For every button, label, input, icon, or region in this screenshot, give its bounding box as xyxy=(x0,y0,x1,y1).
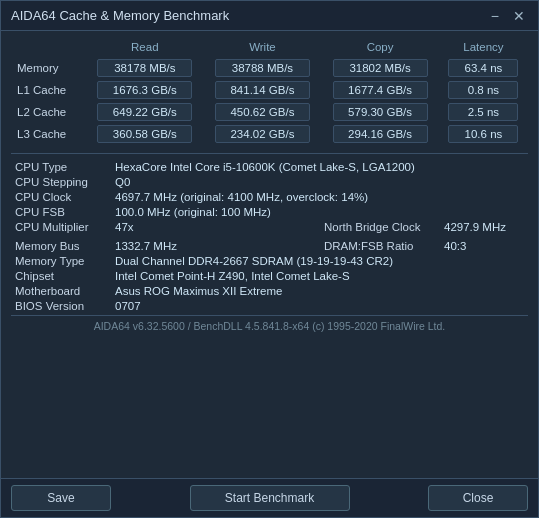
title-bar: AIDA64 Cache & Memory Benchmark − ✕ xyxy=(1,1,538,31)
cpu-multiplier-row: CPU Multiplier 47x North Bridge Clock 42… xyxy=(15,219,524,234)
latency-value: 10.6 ns xyxy=(448,125,518,143)
write-value: 38788 MB/s xyxy=(215,59,310,77)
cpu-multiplier-value: 47x xyxy=(115,221,324,233)
table-row: L2 Cache 649.22 GB/s 450.62 GB/s 579.30 … xyxy=(11,101,528,123)
window-controls: − ✕ xyxy=(488,9,528,23)
memory-type-row: Memory Type Dual Channel DDR4-2667 SDRAM… xyxy=(15,253,524,268)
motherboard-row: Motherboard Asus ROG Maximus XII Extreme xyxy=(15,283,524,298)
motherboard-value: Asus ROG Maximus XII Extreme xyxy=(115,285,524,297)
write-cell: 234.02 GB/s xyxy=(204,123,322,145)
chipset-row: Chipset Intel Comet Point-H Z490, Intel … xyxy=(15,268,524,283)
copy-value: 31802 MB/s xyxy=(333,59,428,77)
divider-1 xyxy=(11,153,528,154)
cpu-type-value: HexaCore Intel Core i5-10600K (Comet Lak… xyxy=(115,161,524,173)
cpu-multiplier-part: CPU Multiplier 47x xyxy=(15,221,324,233)
col-header-read: Read xyxy=(86,39,204,57)
copy-value: 1677.4 GB/s xyxy=(333,81,428,99)
col-header-copy: Copy xyxy=(321,39,439,57)
write-value: 450.62 GB/s xyxy=(215,103,310,121)
memory-bus-part: Memory Bus 1332.7 MHz xyxy=(15,240,324,252)
north-bridge-value: 4297.9 MHz xyxy=(444,221,524,233)
close-button-bottom[interactable]: Close xyxy=(428,485,528,511)
latency-value: 0.8 ns xyxy=(448,81,518,99)
write-value: 234.02 GB/s xyxy=(215,125,310,143)
cpu-fsb-label: CPU FSB xyxy=(15,206,115,218)
bios-row: BIOS Version 0707 xyxy=(15,298,524,313)
main-content: Read Write Copy Latency Memory 38178 MB/… xyxy=(1,31,538,478)
row-label: L3 Cache xyxy=(11,123,86,145)
dram-fsb-label: DRAM:FSB Ratio xyxy=(324,240,444,252)
cpu-clock-value: 4697.7 MHz (original: 4100 MHz, overcloc… xyxy=(115,191,524,203)
cpu-fsb-value: 100.0 MHz (original: 100 MHz) xyxy=(115,206,524,218)
start-benchmark-button[interactable]: Start Benchmark xyxy=(190,485,350,511)
close-button[interactable]: ✕ xyxy=(510,9,528,23)
read-value: 649.22 GB/s xyxy=(97,103,192,121)
chipset-value: Intel Comet Point-H Z490, Intel Comet La… xyxy=(115,270,524,282)
cpu-stepping-label: CPU Stepping xyxy=(15,176,115,188)
cpu-stepping-value: Q0 xyxy=(115,176,524,188)
copy-value: 294.16 GB/s xyxy=(333,125,428,143)
table-row: L3 Cache 360.58 GB/s 234.02 GB/s 294.16 … xyxy=(11,123,528,145)
bios-value: 0707 xyxy=(115,300,524,312)
read-value: 1676.3 GB/s xyxy=(97,81,192,99)
write-cell: 38788 MB/s xyxy=(204,57,322,79)
col-header-write: Write xyxy=(204,39,322,57)
bottom-bar: Save Start Benchmark Close xyxy=(1,478,538,517)
col-header-label xyxy=(11,39,86,57)
latency-value: 2.5 ns xyxy=(448,103,518,121)
cpu-multiplier-label: CPU Multiplier xyxy=(15,221,115,233)
dram-fsb-part: DRAM:FSB Ratio 40:3 xyxy=(324,240,524,252)
write-cell: 841.14 GB/s xyxy=(204,79,322,101)
latency-value: 63.4 ns xyxy=(448,59,518,77)
memory-type-label: Memory Type xyxy=(15,255,115,267)
dram-fsb-value: 40:3 xyxy=(444,240,524,252)
memory-bus-value: 1332.7 MHz xyxy=(115,240,324,252)
bios-label: BIOS Version xyxy=(15,300,115,312)
read-cell: 1676.3 GB/s xyxy=(86,79,204,101)
row-label: L1 Cache xyxy=(11,79,86,101)
info-section: CPU Type HexaCore Intel Core i5-10600K (… xyxy=(11,159,528,313)
row-label: L2 Cache xyxy=(11,101,86,123)
memory-type-value: Dual Channel DDR4-2667 SDRAM (19-19-19-4… xyxy=(115,255,524,267)
latency-cell: 63.4 ns xyxy=(439,57,528,79)
memory-bus-label: Memory Bus xyxy=(15,240,115,252)
col-header-latency: Latency xyxy=(439,39,528,57)
footer-text: AIDA64 v6.32.5600 / BenchDLL 4.5.841.8-x… xyxy=(11,315,528,335)
cpu-type-label: CPU Type xyxy=(15,161,115,173)
table-row: Memory 38178 MB/s 38788 MB/s 31802 MB/s … xyxy=(11,57,528,79)
row-label: Memory xyxy=(11,57,86,79)
copy-cell: 1677.4 GB/s xyxy=(321,79,439,101)
write-cell: 450.62 GB/s xyxy=(204,101,322,123)
main-window: AIDA64 Cache & Memory Benchmark − ✕ Read… xyxy=(0,0,539,518)
north-bridge-label: North Bridge Clock xyxy=(324,221,444,233)
memory-bus-row: Memory Bus 1332.7 MHz DRAM:FSB Ratio 40:… xyxy=(15,238,524,253)
write-value: 841.14 GB/s xyxy=(215,81,310,99)
read-cell: 38178 MB/s xyxy=(86,57,204,79)
save-button[interactable]: Save xyxy=(11,485,111,511)
motherboard-label: Motherboard xyxy=(15,285,115,297)
copy-cell: 31802 MB/s xyxy=(321,57,439,79)
table-row: L1 Cache 1676.3 GB/s 841.14 GB/s 1677.4 … xyxy=(11,79,528,101)
window-title: AIDA64 Cache & Memory Benchmark xyxy=(11,8,229,23)
latency-cell: 10.6 ns xyxy=(439,123,528,145)
read-cell: 649.22 GB/s xyxy=(86,101,204,123)
copy-cell: 294.16 GB/s xyxy=(321,123,439,145)
read-cell: 360.58 GB/s xyxy=(86,123,204,145)
copy-value: 579.30 GB/s xyxy=(333,103,428,121)
latency-cell: 2.5 ns xyxy=(439,101,528,123)
cpu-type-row: CPU Type HexaCore Intel Core i5-10600K (… xyxy=(15,159,524,174)
cpu-fsb-row: CPU FSB 100.0 MHz (original: 100 MHz) xyxy=(15,204,524,219)
minimize-button[interactable]: − xyxy=(488,9,502,23)
chipset-label: Chipset xyxy=(15,270,115,282)
benchmark-table: Read Write Copy Latency Memory 38178 MB/… xyxy=(11,39,528,145)
read-value: 38178 MB/s xyxy=(97,59,192,77)
copy-cell: 579.30 GB/s xyxy=(321,101,439,123)
latency-cell: 0.8 ns xyxy=(439,79,528,101)
cpu-stepping-row: CPU Stepping Q0 xyxy=(15,174,524,189)
cpu-clock-row: CPU Clock 4697.7 MHz (original: 4100 MHz… xyxy=(15,189,524,204)
cpu-clock-label: CPU Clock xyxy=(15,191,115,203)
read-value: 360.58 GB/s xyxy=(97,125,192,143)
north-bridge-part: North Bridge Clock 4297.9 MHz xyxy=(324,221,524,233)
